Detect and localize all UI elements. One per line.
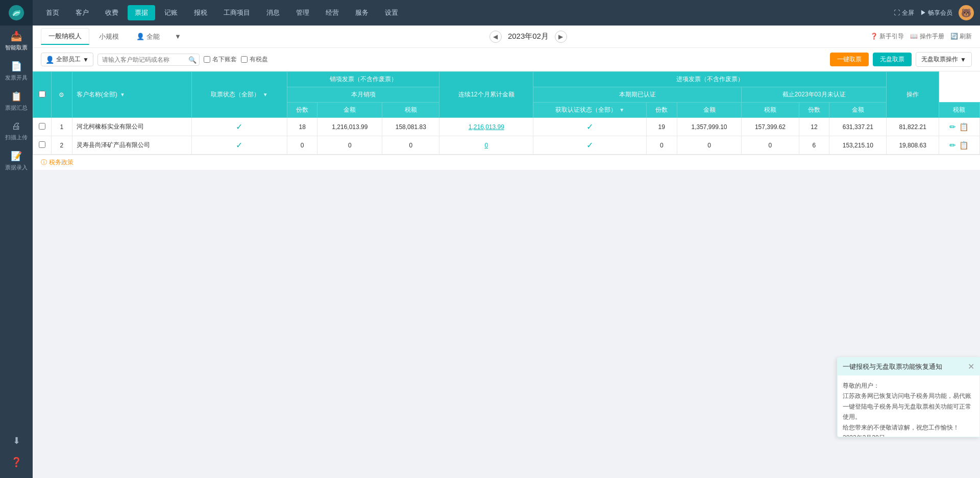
prev-month-btn[interactable]: ◀ [489,31,502,43]
toolbar-right: 一键取票 无盘取票 无盘取票操作 ▼ [830,52,972,67]
sub-accounts-checkbox[interactable]: 名下账套 [204,55,237,64]
row-checkbox-1[interactable] [33,136,52,155]
row-12m-amount-0[interactable]: 1,216,013.99 [439,118,533,136]
th-purchase-amount: 金额 [677,103,742,118]
th-checkbox[interactable] [33,72,52,118]
issue-invoice-icon: 📄 [11,61,22,72]
sidebar-item-invoice-summary[interactable]: 📋 票据汇总 [0,86,33,116]
tax-disk-check[interactable] [241,56,248,63]
sidebar-item-invoice-entry[interactable]: 📝 票据录入 [0,145,33,175]
member-btn[interactable]: ▶ 畅享会员 [920,9,952,17]
edit-icon-0[interactable]: ✏ [949,122,956,132]
sidebar-bottom: ⬇ ❓ [0,431,33,478]
verify-status-icon-0: ✓ [586,122,593,131]
notif-body-scroll[interactable]: 尊敬的用户： 江苏政务网已恢复访问电子税务局功能，易代账一键登陆电子税务局与无盘… [838,375,979,437]
manual-btn[interactable]: 📖 操作手册 [910,32,944,41]
th-this-period: 本期期已认证 [533,87,742,103]
dropdown-chevron-icon: ▼ [175,33,181,40]
tab-small[interactable]: 小规模 [91,29,127,45]
row-purchase-count-1: 0 [646,136,677,155]
sidebar-item-label: 发票开具 [5,74,28,82]
tab-all[interactable]: 👤 全能 [129,29,167,45]
topnav-item-business[interactable]: 工商项目 [216,5,257,20]
newbie-guide-btn[interactable]: ❓ 新手引导 [870,32,904,41]
topnav-item-service[interactable]: 服务 [348,5,376,20]
row-checkbox-0[interactable] [33,118,52,136]
edit-icon-1[interactable]: ✏ [949,141,956,150]
row-deadline-amount-1: 153,215.10 [829,136,887,155]
action-icons-1: ✏ 📋 [943,141,975,150]
detail-icon-0[interactable]: 📋 [959,122,969,132]
th-deadline-amount: 金额 [829,103,887,118]
th-verify-status[interactable]: 获取认证状态（全部） ▼ [533,103,647,118]
fetch-filter-icon: ▼ [263,92,268,97]
sidebar-logo[interactable] [0,0,33,26]
topnav-item-tax[interactable]: 报税 [187,5,214,20]
sidebar-item-help[interactable]: ❓ [0,452,33,472]
topnav-item-operations[interactable]: 经营 [318,5,346,20]
search-input[interactable] [97,54,200,66]
th-this-month: 本月销项 [287,87,439,103]
th-action: 操作 [887,72,939,118]
tax-disk-checkbox[interactable]: 有税盘 [241,55,268,64]
tab-dropdown[interactable]: ▼ [169,30,186,43]
notif-close-btn[interactable]: ✕ [968,362,974,371]
invoice-entry-icon: 📝 [11,150,22,162]
topnav: 首页 客户 收费 票据 记账 报税 工商项目 消息 管理 经营 服务 设置 ⛶ … [33,0,980,26]
topnav-item-home[interactable]: 首页 [39,5,66,20]
topnav-item-invoice[interactable]: 票据 [128,5,155,20]
topnav-right: ⛶ 全屏 ▶ 畅享会员 🐻 [894,5,974,20]
footer-text[interactable]: 税务政策 [49,158,74,167]
row-sales-tax-1: 0 [382,136,439,155]
topnav-item-customer[interactable]: 客户 [68,5,96,20]
th-fetch-status[interactable]: 取票状态（全部） ▼ [192,72,287,118]
main-table: ⚙ 客户名称(全部) ▼ 取票状态（全部） ▼ 销项发票（不含作废票） 连续12… [33,71,980,155]
th-purchase-header: 进项发票（不含作废票） [533,72,887,87]
row-deadline-count-1: 6 [799,136,829,155]
refresh-btn[interactable]: 🔄 刷新 [950,32,972,41]
th-deadline-count: 份数 [799,103,829,118]
footer[interactable]: ⓘ 税务政策 [33,155,980,170]
row-purchase-amount-0: 1,357,999.10 [677,118,742,136]
sidebar-item-download[interactable]: ⬇ [0,431,33,450]
detail-icon-1[interactable]: 📋 [959,141,969,150]
th-sales-count: 份数 [287,103,317,118]
row-purchase-amount-1: 0 [677,136,742,155]
topnav-item-settings[interactable]: 设置 [378,5,405,20]
topnav-item-admin[interactable]: 管理 [289,5,316,20]
avatar[interactable]: 🐻 [959,5,974,20]
more-operations-btn[interactable]: 无盘取票操作 ▼ [916,52,972,67]
filter-icon: 👤 [45,56,54,64]
employee-filter[interactable]: 👤 全部员工 ▼ [41,53,93,66]
sidebar-item-smart-fetch[interactable]: 📥 智能取票 [0,26,33,56]
row-fetch-status-0: ✓ [192,118,287,136]
fetch-status-icon-0: ✓ [236,122,242,131]
th-sales-amount: 金额 [317,103,382,118]
action-icons-0: ✏ 📋 [943,122,975,132]
table-row: 2 灵寿县尚泽矿产品有限公司 ✓ 0 0 0 0 ✓ 0 0 0 6 153,2… [33,136,980,155]
row-12m-amount-1[interactable]: 0 [439,136,533,155]
search-icon[interactable]: 🔍 [188,56,197,63]
th-customer-name[interactable]: 客户名称(全部) ▼ [72,72,191,118]
one-click-fetch-btn[interactable]: 一键取票 [830,53,869,66]
no-disk-fetch-btn[interactable]: 无盘取票 [873,53,912,66]
filter-dropdown-icon: ▼ [83,56,89,63]
sub-accounts-check[interactable] [204,56,210,63]
topnav-item-billing[interactable]: 收费 [98,5,126,20]
search-wrap: 🔍 [97,54,200,66]
topnav-item-message[interactable]: 消息 [259,5,287,20]
sidebar-item-label: 票据汇总 [5,104,28,112]
select-all-checkbox[interactable] [39,91,45,97]
notif-body: 尊敬的用户： 江苏政务网已恢复访问电子税务局功能，易代账一键登陆电子税务局与无盘… [838,375,979,437]
th-settings[interactable]: ⚙ [52,72,72,118]
next-month-btn[interactable]: ▶ [555,31,567,43]
fullscreen-btn[interactable]: ⛶ 全屏 [894,9,914,17]
sidebar-item-scan-upload[interactable]: 🖨 扫描上传 [0,116,33,145]
tab-general[interactable]: 一般纳税人 [41,28,89,45]
th-purchase-tax: 税额 [742,103,799,118]
sidebar-item-issue-invoice[interactable]: 📄 发票开具 [0,56,33,86]
row-actions-1: ✏ 📋 [939,136,979,155]
row-sales-count-1: 0 [287,136,317,155]
tabbar: 一般纳税人 小规模 👤 全能 ▼ ◀ 2023年02月 ▶ ❓ 新手引导 📖 操… [33,26,980,48]
topnav-item-bookkeeping[interactable]: 记账 [157,5,185,20]
